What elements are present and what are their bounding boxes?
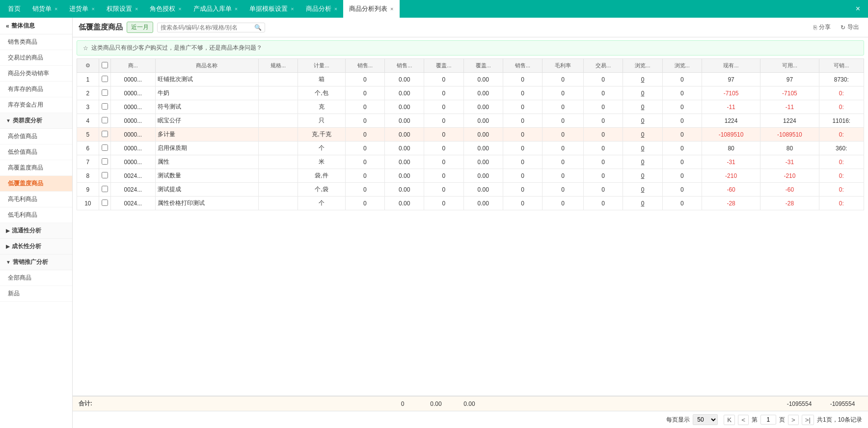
row-checkbox[interactable] bbox=[102, 186, 108, 192]
gross-margin-col-header[interactable]: 毛利率 bbox=[542, 59, 584, 73]
sidebar-item-inventory-capital[interactable]: 库存资金占用 bbox=[0, 97, 72, 113]
nav-tab-template[interactable]: 单据模板设置 × bbox=[244, 0, 299, 18]
views2-col-header[interactable]: 浏览... bbox=[662, 59, 702, 73]
sidebar-item-low-value[interactable]: 低价值商品 bbox=[0, 144, 72, 160]
close-icon[interactable]: × bbox=[135, 0, 138, 18]
nav-tab-product-analysis-list[interactable]: 商品分析列表 × bbox=[343, 0, 399, 18]
sidebar-item-low-coverage[interactable]: 低覆盖度商品 bbox=[0, 176, 72, 192]
nav-tab-roles[interactable]: 角色授权 × bbox=[144, 0, 187, 18]
sidebar-group-coverage[interactable]: ▼ 类群度分析 bbox=[0, 113, 72, 129]
nav-tab-permissions[interactable]: 权限设置 × bbox=[101, 0, 144, 18]
sidebar-item-traded-products[interactable]: 交易过的商品 bbox=[0, 50, 72, 66]
pagination: 每页显示 20 50 100 K < 第 页 > >| 共1页，10条记录 bbox=[73, 411, 868, 428]
first-page-button[interactable]: K bbox=[724, 415, 735, 425]
share-button[interactable]: ⎘ 分享 bbox=[811, 22, 834, 33]
select-all-checkbox[interactable] bbox=[102, 62, 108, 68]
row-views1[interactable]: 0 bbox=[623, 197, 662, 210]
close-icon[interactable]: × bbox=[91, 0, 94, 18]
settings-col-header[interactable]: ⚙ bbox=[77, 59, 99, 73]
close-icon[interactable]: × bbox=[235, 0, 238, 18]
views1-col-header[interactable]: 浏览... bbox=[623, 59, 662, 73]
row-checkbox-cell[interactable] bbox=[99, 169, 110, 183]
row-checkbox-cell[interactable] bbox=[99, 100, 110, 114]
nav-tab-home[interactable]: 首页 bbox=[2, 0, 27, 18]
sidebar-group-flow[interactable]: ▶ 流通性分析 bbox=[0, 223, 72, 239]
row-num: 1 bbox=[77, 73, 99, 86]
row-checkbox-cell[interactable] bbox=[99, 114, 110, 128]
row-checkbox-cell[interactable] bbox=[99, 197, 110, 210]
row-views1[interactable]: 0 bbox=[623, 100, 662, 114]
row-checkbox[interactable] bbox=[102, 158, 108, 165]
sidebar-item-category-sales-rate[interactable]: 商品分类动销率 bbox=[0, 66, 72, 82]
row-checkbox-cell[interactable] bbox=[99, 142, 110, 155]
sidebar-item-high-value[interactable]: 高价值商品 bbox=[0, 129, 72, 144]
coverage2-col-header[interactable]: 覆盖... bbox=[463, 59, 503, 73]
sellable-col-header[interactable]: 可销... bbox=[819, 59, 864, 73]
current-stock-col-header[interactable]: 现有... bbox=[702, 59, 760, 73]
close-icon[interactable]: × bbox=[334, 0, 337, 18]
search-input[interactable] bbox=[161, 24, 254, 31]
next-page-button[interactable]: > bbox=[788, 415, 799, 425]
sales-amt-col-header[interactable]: 销售... bbox=[385, 59, 424, 73]
last-page-button[interactable]: >| bbox=[802, 415, 814, 425]
page-size-select[interactable]: 20 50 100 bbox=[693, 414, 718, 425]
row-gross-margin: 0 bbox=[542, 183, 584, 197]
close-icon[interactable]: × bbox=[291, 0, 294, 18]
row-checkbox-cell[interactable] bbox=[99, 86, 110, 100]
row-checkbox-cell[interactable] bbox=[99, 155, 110, 169]
trade-col-header[interactable]: 交易... bbox=[584, 59, 623, 73]
row-checkbox[interactable] bbox=[102, 76, 108, 82]
window-close-button[interactable]: × bbox=[850, 0, 866, 18]
sidebar-overall-header[interactable]: « 整体信息 bbox=[0, 18, 72, 34]
code-col-header[interactable]: 商... bbox=[110, 59, 155, 73]
unit-col-header[interactable]: 计量... bbox=[298, 59, 346, 73]
spec-col-header[interactable]: 规格... bbox=[258, 59, 298, 73]
sidebar-item-high-margin[interactable]: 高毛利商品 bbox=[0, 192, 72, 207]
row-views1[interactable]: 0 bbox=[623, 142, 662, 155]
row-views1[interactable]: 0 bbox=[623, 155, 662, 169]
sidebar-item-stocked-products[interactable]: 有库存的商品 bbox=[0, 82, 72, 97]
row-views1[interactable]: 0 bbox=[623, 128, 662, 142]
row-checkbox-cell[interactable] bbox=[99, 128, 110, 142]
sidebar-group-growth[interactable]: ▶ 成长性分析 bbox=[0, 239, 72, 255]
row-checkbox[interactable] bbox=[102, 131, 108, 137]
row-checkbox-cell[interactable] bbox=[99, 183, 110, 197]
sidebar-item-all-products[interactable]: 全部商品 bbox=[0, 270, 72, 286]
close-icon[interactable]: × bbox=[54, 0, 57, 18]
checkbox-col-header[interactable] bbox=[99, 59, 110, 73]
sales-qty-col-header[interactable]: 销售... bbox=[345, 59, 384, 73]
available-stock-col-header[interactable]: 可用... bbox=[760, 59, 819, 73]
export-button[interactable]: ↻ 导出 bbox=[838, 22, 862, 33]
sidebar-item-sales-products[interactable]: 销售类商品 bbox=[0, 34, 72, 50]
nav-tab-product-analysis[interactable]: 商品分析 × bbox=[300, 0, 343, 18]
row-checkbox[interactable] bbox=[102, 172, 108, 178]
prev-page-button[interactable]: < bbox=[738, 415, 749, 425]
row-views1[interactable]: 0 bbox=[623, 73, 662, 86]
row-checkbox[interactable] bbox=[102, 117, 108, 123]
sales-rate-col-header[interactable]: 销售... bbox=[503, 59, 542, 73]
sidebar-item-low-margin[interactable]: 低毛利商品 bbox=[0, 207, 72, 223]
sidebar-item-new-products[interactable]: 新品 bbox=[0, 286, 72, 302]
time-filter-button[interactable]: 近一月 bbox=[127, 22, 153, 33]
coverage1-col-header[interactable]: 覆盖... bbox=[424, 59, 463, 73]
sidebar-item-high-coverage[interactable]: 高覆盖度商品 bbox=[0, 160, 72, 176]
row-views1[interactable]: 0 bbox=[623, 114, 662, 128]
row-checkbox-cell[interactable] bbox=[99, 73, 110, 86]
nav-tab-sales[interactable]: 销货单 × bbox=[27, 0, 63, 18]
row-coverage2: 0.00 bbox=[463, 142, 503, 155]
row-checkbox[interactable] bbox=[102, 144, 108, 151]
nav-tab-production[interactable]: 产成品入库单 × bbox=[188, 0, 244, 18]
row-checkbox[interactable] bbox=[102, 200, 108, 206]
nav-tab-purchase[interactable]: 进货单 × bbox=[63, 0, 100, 18]
close-icon[interactable]: × bbox=[178, 0, 181, 18]
row-views1[interactable]: 0 bbox=[623, 183, 662, 197]
row-checkbox[interactable] bbox=[102, 89, 108, 96]
page-number-input[interactable] bbox=[760, 415, 776, 425]
search-icon[interactable]: 🔍 bbox=[254, 24, 262, 31]
sidebar-group-marketing[interactable]: ▼ 营销推广分析 bbox=[0, 255, 72, 270]
close-icon[interactable]: × bbox=[390, 0, 393, 18]
row-views1[interactable]: 0 bbox=[623, 169, 662, 183]
name-col-header[interactable]: 商品名称 bbox=[156, 59, 259, 73]
row-views1[interactable]: 0 bbox=[623, 86, 662, 100]
row-checkbox[interactable] bbox=[102, 103, 108, 110]
